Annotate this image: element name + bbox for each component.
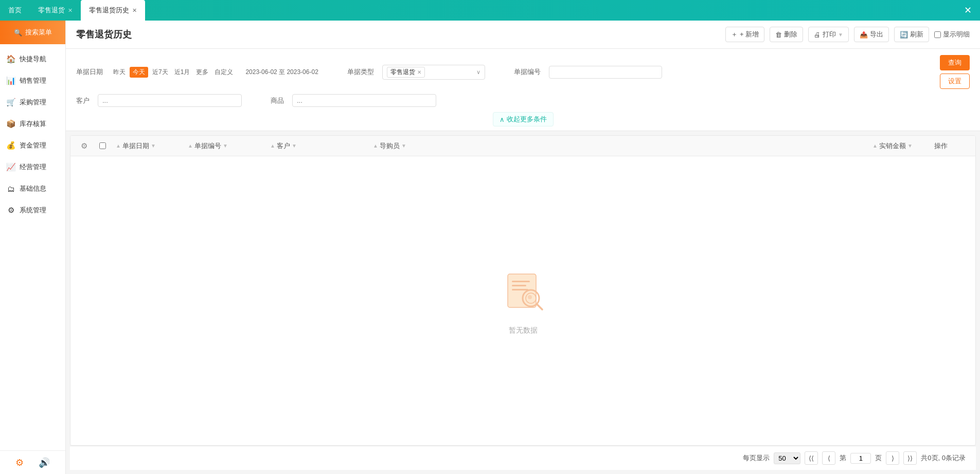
collapse-icon: ∧ xyxy=(500,116,505,123)
quick-nav-icon: 🏠 xyxy=(6,54,15,64)
type-filter-box[interactable]: 零售退货 ✕ ∨ xyxy=(382,65,485,80)
table-select-all-checkbox[interactable] xyxy=(93,142,112,149)
sidebar-item-purchase-mgmt-label: 采购管理 xyxy=(20,98,46,107)
th-date[interactable]: ▲ 单据日期 ▼ xyxy=(112,141,184,151)
sort-down-icon3: ▼ xyxy=(292,143,297,149)
sort-down-icon5: ▼ xyxy=(907,143,913,149)
date-opt-yesterday[interactable]: 昨天 xyxy=(111,67,128,78)
sort-up-icon: ▲ xyxy=(116,143,121,149)
date-opt-1month[interactable]: 近1月 xyxy=(172,67,192,78)
empty-svg xyxy=(497,266,549,318)
sidebar-bottom: ⚙ 🔊 xyxy=(0,450,65,474)
finance-mgmt-icon: 💰 xyxy=(6,141,15,150)
th-guide[interactable]: ▲ 导购员 ▼ xyxy=(369,141,451,151)
page-input[interactable] xyxy=(850,453,871,464)
tab-retail-return-label: 零售退货 xyxy=(38,6,65,15)
page-label: 第 xyxy=(840,453,846,463)
sidebar-nav: 🏠 快捷导航 📊 销售管理 🛒 采购管理 📦 库存核算 💰 资金管理 📈 xyxy=(0,44,65,450)
show-detail-label: 显示明细 xyxy=(943,30,970,39)
collapse-button[interactable]: ∧ 收起更多条件 xyxy=(493,112,554,126)
sidebar-item-quick-nav[interactable]: 🏠 快捷导航 xyxy=(0,48,65,70)
window-close-button[interactable]: ✕ xyxy=(956,5,980,16)
page-size-select[interactable]: 10 20 50 100 xyxy=(774,452,800,464)
th-amount[interactable]: ▲ 实销金额 ▼ xyxy=(868,141,930,151)
tab-retail-return-close[interactable]: ✕ xyxy=(68,7,73,14)
table-settings-icon[interactable]: ⚙ xyxy=(75,141,93,151)
page-last-button[interactable]: ⟩⟩ xyxy=(903,451,917,465)
search-icon: 🔍 xyxy=(14,29,22,37)
svg-line-6 xyxy=(537,304,542,309)
refresh-button[interactable]: 🔄 刷新 xyxy=(894,27,929,42)
sort-up-icon2: ▲ xyxy=(188,143,193,149)
volume-bottom-icon[interactable]: 🔊 xyxy=(39,457,50,468)
tab-retail-return[interactable]: 零售退货 ✕ xyxy=(30,0,81,21)
empty-text: 暂无数据 xyxy=(509,326,538,335)
sidebar-item-finance-mgmt-label: 资金管理 xyxy=(20,141,46,150)
export-button[interactable]: 📤 导出 xyxy=(854,27,889,42)
query-button[interactable]: 查询 xyxy=(940,55,970,70)
show-detail-checkbox-label[interactable]: 显示明细 xyxy=(934,30,970,39)
show-detail-checkbox[interactable] xyxy=(934,31,941,38)
date-opt-7days[interactable]: 近7天 xyxy=(150,67,170,78)
main-layout: 🔍 搜索菜单 🏠 快捷导航 📊 销售管理 🛒 采购管理 📦 库存核算 💰 xyxy=(0,21,980,474)
sidebar-item-sales-mgmt[interactable]: 📊 销售管理 xyxy=(0,70,65,92)
type-filter-tag-close[interactable]: ✕ xyxy=(417,69,421,75)
select-all-input[interactable] xyxy=(99,142,106,149)
print-button[interactable]: 🖨 打印 ▼ xyxy=(808,27,849,42)
refresh-button-label: 刷新 xyxy=(910,30,923,39)
date-opt-more[interactable]: 更多 xyxy=(194,67,210,78)
sidebar-item-system-mgmt[interactable]: ⚙ 系统管理 xyxy=(0,199,65,221)
page-header: 零售退货历史 ＋ + 新增 🗑 删除 🖨 打印 ▼ 📤 导出 xyxy=(66,21,980,49)
date-opt-today[interactable]: 今天 xyxy=(130,67,148,78)
basic-info-icon: 🗂 xyxy=(6,184,15,193)
system-mgmt-icon: ⚙ xyxy=(6,206,15,215)
tab-retail-return-history-label: 零售退货历史 xyxy=(89,6,129,15)
goods-filter-label: 商品 xyxy=(271,96,284,105)
collapse-label: 收起更多条件 xyxy=(507,115,547,124)
date-opt-custom[interactable]: 自定义 xyxy=(212,67,235,78)
sidebar-item-operation-mgmt[interactable]: 📈 经营管理 xyxy=(0,156,65,178)
page-next-button[interactable]: ⟩ xyxy=(886,451,899,465)
table-header: ⚙ ▲ 单据日期 ▼ ▲ 单据编号 ▼ ▲ 客户 ▼ xyxy=(70,136,975,156)
type-filter-label: 单据类型 xyxy=(347,67,374,77)
filter-row-2: 客户 商品 xyxy=(76,94,970,107)
type-filter-value: 零售退货 xyxy=(390,68,415,77)
sidebar-item-inventory[interactable]: 📦 库存核算 xyxy=(0,113,65,135)
sidebar-item-finance-mgmt[interactable]: 💰 资金管理 xyxy=(0,135,65,156)
sidebar-item-operation-mgmt-label: 经营管理 xyxy=(20,162,46,172)
page-prev-button[interactable]: ⟨ xyxy=(822,451,835,465)
sort-up-icon4: ▲ xyxy=(373,143,378,149)
sort-up-icon5: ▲ xyxy=(872,143,878,149)
sort-down-icon2: ▼ xyxy=(223,143,228,149)
delete-button[interactable]: 🗑 删除 xyxy=(770,27,803,42)
customer-filter-input[interactable] xyxy=(98,94,242,107)
th-number[interactable]: ▲ 单据编号 ▼ xyxy=(184,141,266,151)
inventory-icon: 📦 xyxy=(6,119,15,129)
sidebar: 🔍 搜索菜单 🏠 快捷导航 📊 销售管理 🛒 采购管理 📦 库存核算 💰 xyxy=(0,21,66,474)
number-filter-input[interactable] xyxy=(549,66,662,79)
page-first-button[interactable]: ⟨⟨ xyxy=(805,451,818,465)
tab-home[interactable]: 首页 xyxy=(0,0,30,21)
content-area: 零售退货历史 ＋ + 新增 🗑 删除 🖨 打印 ▼ 📤 导出 xyxy=(66,21,980,474)
sidebar-item-purchase-mgmt[interactable]: 🛒 采购管理 xyxy=(0,92,65,113)
new-icon: ＋ xyxy=(731,30,738,39)
tab-retail-return-history-close[interactable]: ✕ xyxy=(132,7,137,14)
sort-up-icon3: ▲ xyxy=(270,143,275,149)
export-button-label: 导出 xyxy=(870,30,883,39)
th-customer-label: 客户 xyxy=(277,141,290,151)
sidebar-item-sales-mgmt-label: 销售管理 xyxy=(20,76,46,85)
filter-row-1: 单据日期 昨天 今天 近7天 近1月 更多 自定义 2023-06-02 至 2… xyxy=(76,55,970,89)
page-size-label: 每页显示 xyxy=(743,453,770,463)
tab-retail-return-history[interactable]: 零售退货历史 ✕ xyxy=(81,0,145,21)
svg-rect-3 xyxy=(512,289,528,290)
sidebar-search[interactable]: 🔍 搜索菜单 xyxy=(0,21,65,44)
sidebar-item-basic-info[interactable]: 🗂 基础信息 xyxy=(0,178,65,199)
svg-rect-1 xyxy=(512,281,530,282)
th-customer[interactable]: ▲ 客户 ▼ xyxy=(266,141,369,151)
settings-bottom-icon[interactable]: ⚙ xyxy=(15,457,24,468)
goods-filter-input[interactable] xyxy=(292,94,436,107)
new-button[interactable]: ＋ + 新增 xyxy=(725,27,764,42)
tab-home-label: 首页 xyxy=(8,6,22,15)
table-footer: 每页显示 10 20 50 100 ⟨⟨ ⟨ 第 页 ⟩ ⟩⟩ 共0页, 0条记… xyxy=(70,446,976,470)
set-button[interactable]: 设置 xyxy=(940,74,970,89)
